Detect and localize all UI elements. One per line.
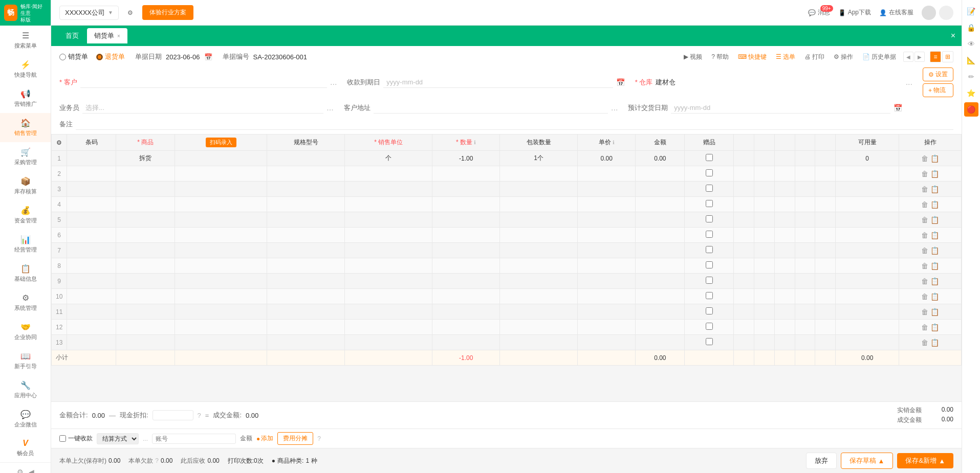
cell-spec-12[interactable] xyxy=(267,320,345,335)
close-all-tabs-button[interactable]: × xyxy=(951,31,955,40)
gift-checkbox-3[interactable] xyxy=(706,185,713,192)
account-input[interactable] xyxy=(152,434,236,444)
cell-product-11[interactable] xyxy=(116,304,175,320)
cell-product-7[interactable] xyxy=(116,243,175,258)
copy-row-9[interactable]: 📋 xyxy=(930,277,939,285)
cell-amount-6[interactable] xyxy=(636,228,685,243)
cell-pkg-10[interactable] xyxy=(500,289,578,304)
sidebar-item-wechat[interactable]: 💬 企业微信 xyxy=(0,404,51,434)
salesperson-dots[interactable]: ... xyxy=(326,103,333,112)
cell-unit-3[interactable] xyxy=(345,182,432,197)
copy-row-10[interactable]: 📋 xyxy=(930,292,939,301)
fee-help-icon[interactable]: ? xyxy=(317,435,321,442)
cell-spec-8[interactable] xyxy=(267,258,345,274)
cell-gift-7[interactable] xyxy=(685,243,734,258)
sidebar-item-sales[interactable]: 🏠 销售管理 xyxy=(0,113,51,142)
radio-sales-order[interactable]: 销货单 xyxy=(59,52,88,61)
cell-gift-12[interactable] xyxy=(685,320,734,335)
cell-unit-1[interactable]: 个 xyxy=(345,151,432,166)
cell-qty-8[interactable] xyxy=(432,258,500,274)
cell-product-1[interactable]: 拆货 xyxy=(116,151,175,166)
cell-qty-11[interactable] xyxy=(432,304,500,320)
cell-unit-7[interactable] xyxy=(345,243,432,258)
cell-product-13[interactable] xyxy=(116,335,175,350)
one-click-payment-checkbox[interactable]: 一键收款 xyxy=(59,434,93,443)
delete-row-10[interactable]: 🗑 xyxy=(921,292,928,301)
cell-price-9[interactable] xyxy=(578,274,636,289)
one-click-checkbox-input[interactable] xyxy=(59,435,66,442)
note-input[interactable] xyxy=(76,119,953,130)
delete-row-2[interactable]: 🗑 xyxy=(921,170,928,178)
sidebar-item-system[interactable]: ⚙ 系统管理 xyxy=(0,288,51,317)
cell-barcode-1[interactable] xyxy=(67,151,116,166)
sidebar-item-search[interactable]: ☰ 搜索菜单 xyxy=(0,26,51,55)
gift-checkbox-6[interactable] xyxy=(706,231,713,238)
copy-row-2[interactable]: 📋 xyxy=(930,170,939,178)
cell-spec-10[interactable] xyxy=(267,289,345,304)
cell-amount-5[interactable] xyxy=(636,212,685,228)
cell-gift-10[interactable] xyxy=(685,289,734,304)
cell-pkg-7[interactable] xyxy=(500,243,578,258)
settlement-dots[interactable]: ... xyxy=(143,435,148,442)
cell-barcode-8[interactable] xyxy=(67,258,116,274)
sidebar-item-inventory[interactable]: 📦 库存核算 xyxy=(0,171,51,200)
cell-qty-2[interactable] xyxy=(432,166,500,182)
right-panel-star-btn[interactable]: ⭐ xyxy=(964,86,978,100)
cell-pkg-3[interactable] xyxy=(500,182,578,197)
gift-checkbox-13[interactable] xyxy=(706,338,713,345)
cell-unit-2[interactable] xyxy=(345,166,432,182)
toolbar-select[interactable]: ☰ 选单 xyxy=(774,52,797,62)
cell-spec-7[interactable] xyxy=(267,243,345,258)
delete-row-1[interactable]: 🗑 xyxy=(921,154,928,163)
cell-qty-5[interactable] xyxy=(432,212,500,228)
cell-amount-7[interactable] xyxy=(636,243,685,258)
cell-qty-1[interactable]: -1.00 xyxy=(432,151,500,166)
discount-input[interactable] xyxy=(153,410,193,420)
online-service-button[interactable]: 👤 在线客服 xyxy=(879,8,913,17)
sidebar-item-marketing[interactable]: 📢 营销推广 xyxy=(0,84,51,113)
cell-unit-9[interactable] xyxy=(345,274,432,289)
cell-barcode-4[interactable] xyxy=(67,197,116,212)
gift-checkbox-5[interactable] xyxy=(706,215,713,222)
settings-button[interactable]: ⚙ 设置 xyxy=(923,67,953,81)
delete-row-12[interactable]: 🗑 xyxy=(921,323,928,331)
cell-pkg-4[interactable] xyxy=(500,197,578,212)
cell-amount-3[interactable] xyxy=(636,182,685,197)
cell-pkg-5[interactable] xyxy=(500,212,578,228)
sidebar-item-guide[interactable]: 📖 新手引导 xyxy=(0,346,51,375)
company-selector[interactable]: XXXXXX公司 ▼ xyxy=(59,6,119,20)
save-new-button[interactable]: 保存&新增 ▲ xyxy=(897,453,953,468)
toolbar-shortcut[interactable]: ⌨ 快捷键 xyxy=(736,52,769,62)
sidebar-item-operations[interactable]: 📊 经营管理 xyxy=(0,230,51,259)
sidebar-item-purchase[interactable]: 🛒 采购管理 xyxy=(0,142,51,171)
cell-unit-12[interactable] xyxy=(345,320,432,335)
collection-date-input[interactable] xyxy=(383,77,613,88)
cell-barcode-2[interactable] xyxy=(67,166,116,182)
cell-qty-12[interactable] xyxy=(432,320,500,335)
cell-gift-1[interactable] xyxy=(685,151,734,166)
sidebar-item-quick-nav[interactable]: ⚡ 快捷导航 xyxy=(0,55,51,84)
cell-unit-11[interactable] xyxy=(345,304,432,320)
cell-gift-13[interactable] xyxy=(685,335,734,350)
cell-product-2[interactable] xyxy=(116,166,175,182)
cell-barcode-13[interactable] xyxy=(67,335,116,350)
notification-button[interactable]: 💬 消息 99+ xyxy=(808,8,830,17)
cell-price-1[interactable]: 0.00 xyxy=(578,151,636,166)
cell-qty-3[interactable] xyxy=(432,182,500,197)
delivery-date-calendar-icon[interactable]: 📅 xyxy=(894,104,902,112)
th-settings[interactable]: ⚙ xyxy=(52,134,67,151)
topbar-settings-button[interactable]: ⚙ xyxy=(123,5,138,20)
cell-price-7[interactable] xyxy=(578,243,636,258)
cell-product-3[interactable] xyxy=(116,182,175,197)
cell-gift-3[interactable] xyxy=(685,182,734,197)
copy-row-3[interactable]: 📋 xyxy=(930,185,939,193)
delete-row-11[interactable]: 🗑 xyxy=(921,308,928,316)
settlement-method-select[interactable]: 结算方式 xyxy=(97,433,139,444)
cell-amount-13[interactable] xyxy=(636,335,685,350)
cell-amount-2[interactable] xyxy=(636,166,685,182)
cell-spec-5[interactable] xyxy=(267,212,345,228)
cell-spec-3[interactable] xyxy=(267,182,345,197)
tab-close-icon[interactable]: × xyxy=(117,33,120,39)
save-draft-button[interactable]: 保存草稿 ▲ xyxy=(841,453,894,469)
copy-row-7[interactable]: 📋 xyxy=(930,246,939,255)
